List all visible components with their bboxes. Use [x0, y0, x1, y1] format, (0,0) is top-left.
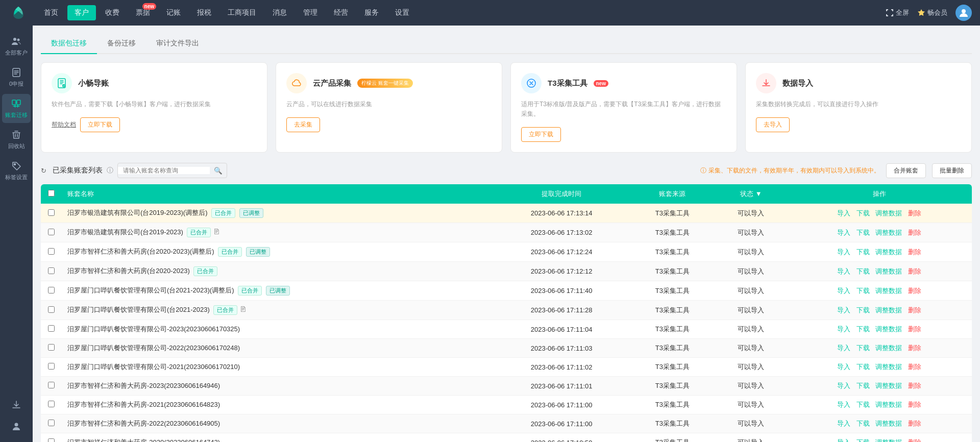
- delete-action[interactable]: 删除: [908, 420, 921, 427]
- adjust-action[interactable]: 调整数据: [875, 363, 902, 371]
- row-checkbox[interactable]: [48, 401, 55, 407]
- delete-action[interactable]: 删除: [908, 325, 921, 333]
- sidebar-item-zero-report[interactable]: 0申报: [2, 63, 31, 92]
- adjust-action[interactable]: 调整数据: [875, 420, 902, 427]
- adjust-action[interactable]: 调整数据: [875, 287, 902, 294]
- row-checkbox[interactable]: [48, 363, 55, 370]
- import-action[interactable]: 导入: [837, 287, 850, 294]
- delete-action[interactable]: 删除: [908, 287, 921, 294]
- nav-manage[interactable]: 管理: [296, 5, 325, 20]
- row-checkbox[interactable]: [48, 248, 55, 255]
- cloud-collect-btn[interactable]: 去采集: [286, 117, 320, 132]
- delete-action[interactable]: 删除: [908, 344, 921, 352]
- download-action[interactable]: 下载: [856, 306, 870, 314]
- delete-action[interactable]: 删除: [908, 363, 921, 371]
- sidebar-item-migrate[interactable]: 账套迁移: [2, 94, 31, 123]
- nav-service[interactable]: 服务: [357, 5, 386, 20]
- download-action[interactable]: 下载: [856, 248, 870, 256]
- help-icon[interactable]: ⓘ: [107, 166, 113, 175]
- nav-home[interactable]: 首页: [37, 5, 65, 20]
- adjust-action[interactable]: 调整数据: [875, 344, 902, 352]
- nav-fee[interactable]: 收费: [98, 5, 127, 20]
- row-checkbox[interactable]: [48, 438, 55, 442]
- delete-action[interactable]: 删除: [908, 229, 921, 236]
- row-checkbox[interactable]: [48, 267, 55, 274]
- app-logo[interactable]: [8, 3, 29, 23]
- download-action[interactable]: 下载: [856, 267, 870, 275]
- sidebar-item-all-customers[interactable]: 全部客户: [2, 32, 31, 61]
- download-action[interactable]: 下载: [856, 325, 870, 333]
- delete-action[interactable]: 删除: [908, 267, 921, 275]
- search-input[interactable]: [118, 167, 210, 174]
- fullscreen-btn[interactable]: 全屏: [886, 8, 909, 17]
- sidebar-item-download[interactable]: [2, 395, 31, 414]
- nav-business[interactable]: 工商项目: [220, 5, 263, 20]
- row-checkbox[interactable]: [48, 229, 55, 235]
- sidebar-item-tag-settings[interactable]: 标签设置: [2, 156, 31, 185]
- nav-invoice[interactable]: 票据new: [129, 5, 157, 20]
- adjust-action[interactable]: 调整数据: [875, 248, 902, 256]
- search-button[interactable]: 🔍: [210, 163, 227, 178]
- import-action[interactable]: 导入: [837, 248, 850, 256]
- import-action[interactable]: 导入: [837, 267, 850, 275]
- adjust-action[interactable]: 调整数据: [875, 209, 902, 217]
- select-all-checkbox[interactable]: [48, 190, 55, 197]
- adjust-action[interactable]: 调整数据: [875, 382, 902, 389]
- nav-message[interactable]: 消息: [265, 5, 294, 20]
- import-action[interactable]: 导入: [837, 401, 850, 408]
- download-action[interactable]: 下载: [856, 209, 870, 217]
- import-action[interactable]: 导入: [837, 229, 850, 236]
- row-checkbox[interactable]: [48, 382, 55, 388]
- adjust-action[interactable]: 调整数据: [875, 229, 902, 236]
- download-action[interactable]: 下载: [856, 382, 870, 389]
- merge-btn[interactable]: 合并账套: [886, 163, 926, 178]
- tab-backup-migration[interactable]: 备份迁移: [97, 34, 146, 54]
- member-btn[interactable]: 畅会员: [917, 8, 947, 17]
- batch-delete-btn[interactable]: 批量删除: [932, 163, 972, 178]
- nav-customer[interactable]: 客户: [67, 5, 96, 20]
- download-action[interactable]: 下载: [856, 363, 870, 371]
- import-action[interactable]: 导入: [837, 209, 850, 217]
- import-action[interactable]: 导入: [837, 325, 850, 333]
- row-checkbox[interactable]: [48, 209, 55, 216]
- xiaochang-download-btn[interactable]: 立即下载: [80, 117, 120, 132]
- adjust-action[interactable]: 调整数据: [875, 438, 902, 442]
- download-action[interactable]: 下载: [856, 420, 870, 427]
- row-checkbox[interactable]: [48, 420, 55, 426]
- nav-bookkeeping[interactable]: 记账: [159, 5, 188, 20]
- row-checkbox[interactable]: [48, 306, 55, 313]
- row-checkbox[interactable]: [48, 325, 55, 332]
- download-action[interactable]: 下载: [856, 438, 870, 442]
- adjust-action[interactable]: 调整数据: [875, 267, 902, 275]
- delete-action[interactable]: 删除: [908, 306, 921, 314]
- tab-data-migration[interactable]: 数据包迁移: [41, 34, 97, 54]
- download-action[interactable]: 下载: [856, 401, 870, 408]
- import-action[interactable]: 导入: [837, 420, 850, 427]
- delete-action[interactable]: 删除: [908, 438, 921, 442]
- tab-audit-export[interactable]: 审计文件导出: [146, 34, 209, 54]
- row-checkbox[interactable]: [48, 344, 55, 351]
- import-action[interactable]: 导入: [837, 438, 850, 442]
- import-action[interactable]: 导入: [837, 344, 850, 352]
- row-checkbox[interactable]: [48, 287, 55, 293]
- t3-download-btn[interactable]: 立即下载: [521, 127, 561, 142]
- adjust-action[interactable]: 调整数据: [875, 306, 902, 314]
- delete-action[interactable]: 删除: [908, 382, 921, 389]
- adjust-action[interactable]: 调整数据: [875, 325, 902, 333]
- delete-action[interactable]: 删除: [908, 401, 921, 408]
- sidebar-item-user-settings[interactable]: [2, 416, 31, 436]
- user-avatar[interactable]: [955, 5, 972, 21]
- import-action[interactable]: 导入: [837, 306, 850, 314]
- import-action[interactable]: 导入: [837, 382, 850, 389]
- import-go-btn[interactable]: 去导入: [756, 117, 790, 132]
- refresh-icon[interactable]: ↻: [41, 167, 46, 175]
- adjust-action[interactable]: 调整数据: [875, 401, 902, 408]
- delete-action[interactable]: 删除: [908, 209, 921, 217]
- download-action[interactable]: 下载: [856, 344, 870, 352]
- nav-operation[interactable]: 经营: [327, 5, 355, 20]
- nav-tax[interactable]: 报税: [190, 5, 218, 20]
- nav-settings[interactable]: 设置: [388, 5, 416, 20]
- download-action[interactable]: 下载: [856, 287, 870, 294]
- delete-action[interactable]: 删除: [908, 248, 921, 256]
- download-action[interactable]: 下载: [856, 229, 870, 236]
